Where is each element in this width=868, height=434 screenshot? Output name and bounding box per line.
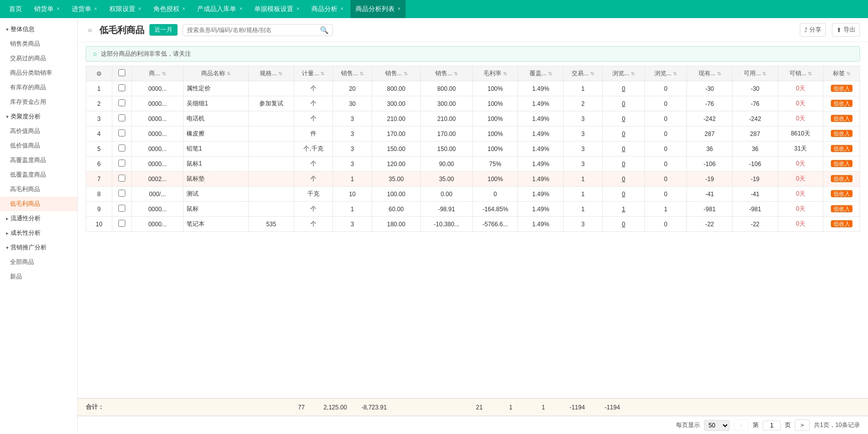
- sidebar-item-high-coverage[interactable]: 高覆盖度商品: [0, 153, 77, 168]
- th-cover-rate[interactable]: 覆盖...: [518, 66, 564, 81]
- sort-code[interactable]: 商...: [135, 69, 181, 78]
- search-input[interactable]: [187, 27, 320, 34]
- sort-avail[interactable]: 可用...: [736, 69, 775, 78]
- page-number-input[interactable]: [763, 420, 781, 430]
- sidebar-group-cluster[interactable]: ▾ 类聚度分析: [0, 109, 77, 124]
- cell-browse1[interactable]: 0: [602, 111, 644, 126]
- sort-current[interactable]: 现有...: [690, 69, 729, 78]
- browse1-value[interactable]: 0: [622, 130, 625, 137]
- row-checkbox[interactable]: [118, 114, 125, 121]
- cell-checkbox[interactable]: [112, 141, 131, 157]
- nav-product-analysis-list[interactable]: 商品分析列表 ×: [351, 0, 406, 18]
- cell-browse1[interactable]: 0: [602, 157, 644, 172]
- cell-checkbox[interactable]: [112, 157, 131, 172]
- th-checkbox[interactable]: [112, 66, 131, 81]
- sidebar-group-overall[interactable]: ▾ 整体信息: [0, 22, 77, 37]
- th-unit[interactable]: 计量...: [294, 66, 333, 81]
- nav-product-analysis-close[interactable]: ×: [340, 0, 343, 18]
- th-spec[interactable]: 规格...: [248, 66, 294, 81]
- page-size-select[interactable]: 50 10 20 100: [704, 420, 730, 431]
- row-checkbox[interactable]: [118, 175, 125, 182]
- sidebar-group-liquidity[interactable]: ▸ 流通性分析: [0, 211, 77, 226]
- sort-sales-profit[interactable]: 销售...: [424, 69, 469, 78]
- nav-permissions[interactable]: 权限设置 ×: [104, 0, 146, 18]
- browse1-value[interactable]: 0: [622, 115, 625, 122]
- th-browse2[interactable]: 浏览...: [645, 66, 687, 81]
- browse1-value[interactable]: 0: [622, 176, 625, 183]
- browse1-value[interactable]: 0: [622, 221, 625, 228]
- browse1-value[interactable]: 0: [622, 146, 625, 153]
- cell-checkbox[interactable]: [112, 81, 131, 96]
- nav-product-analysis[interactable]: 商品分析 ×: [306, 0, 349, 18]
- sort-browse2[interactable]: 浏览...: [648, 69, 683, 78]
- nav-purchase-close[interactable]: ×: [94, 0, 97, 18]
- cell-checkbox[interactable]: [112, 187, 131, 202]
- th-tag[interactable]: 标签: [823, 66, 860, 81]
- cell-checkbox[interactable]: [112, 202, 131, 217]
- cell-browse1[interactable]: 0: [602, 172, 644, 187]
- sidebar-collapse-button[interactable]: «: [86, 26, 94, 35]
- sidebar-item-traded-goods[interactable]: 交易过的商品: [0, 51, 77, 66]
- th-current[interactable]: 现有...: [687, 66, 733, 81]
- sort-trade[interactable]: 交易...: [567, 69, 599, 78]
- nav-product-entry-close[interactable]: ×: [239, 0, 242, 18]
- th-salable[interactable]: 可销...: [778, 66, 823, 81]
- cell-checkbox[interactable]: [112, 126, 131, 141]
- cell-browse1[interactable]: 0: [602, 126, 644, 141]
- sort-sales-qty[interactable]: 销售...: [336, 69, 369, 78]
- sort-cover-rate[interactable]: 覆盖...: [521, 69, 560, 78]
- sort-salable[interactable]: 可销...: [781, 69, 820, 78]
- row-checkbox[interactable]: [118, 160, 125, 167]
- browse1-value[interactable]: 1: [622, 206, 625, 213]
- nav-roles-close[interactable]: ×: [183, 0, 186, 18]
- sidebar-item-capital[interactable]: 库存资金占用: [0, 95, 77, 109]
- th-code[interactable]: 商...: [131, 66, 184, 81]
- th-avail[interactable]: 可用...: [732, 66, 778, 81]
- cell-browse1[interactable]: 1: [602, 202, 644, 217]
- th-trade[interactable]: 交易...: [564, 66, 603, 81]
- next-page-button[interactable]: ＞: [795, 419, 810, 431]
- nav-permissions-close[interactable]: ×: [138, 0, 141, 18]
- search-icon[interactable]: 🔍: [320, 26, 328, 34]
- row-checkbox[interactable]: [118, 205, 125, 212]
- sidebar-group-marketing[interactable]: ▾ 营销推广分析: [0, 240, 77, 255]
- browse1-value[interactable]: 0: [622, 100, 625, 107]
- browse1-value[interactable]: 0: [622, 191, 625, 198]
- nav-sales-close[interactable]: ×: [57, 0, 60, 18]
- th-name[interactable]: 商品名称: [184, 66, 249, 81]
- sidebar-item-low-margin[interactable]: 低毛利商品: [0, 197, 77, 211]
- sort-tag[interactable]: 标签: [826, 69, 856, 78]
- nav-template[interactable]: 单据模板设置 ×: [249, 0, 304, 18]
- sidebar-item-category-rate[interactable]: 商品分类助销率: [0, 66, 77, 80]
- sidebar-item-low-coverage[interactable]: 低覆盖度商品: [0, 168, 77, 182]
- browse1-value[interactable]: 0: [622, 161, 625, 168]
- browse1-value[interactable]: 0: [622, 85, 625, 92]
- row-checkbox[interactable]: [118, 190, 125, 197]
- select-all-checkbox[interactable]: [118, 69, 125, 76]
- date-filter-button[interactable]: 近一月: [149, 24, 178, 36]
- cell-browse1[interactable]: 0: [602, 187, 644, 202]
- sidebar-item-sales-goods[interactable]: 销售类商品: [0, 37, 77, 51]
- nav-product-entry[interactable]: 产成品入库单 ×: [192, 0, 247, 18]
- row-checkbox[interactable]: [118, 144, 125, 152]
- row-checkbox[interactable]: [118, 99, 125, 106]
- sort-gross-rate[interactable]: 毛利率: [476, 69, 515, 78]
- sidebar-item-high-margin[interactable]: 高毛利商品: [0, 182, 77, 197]
- cell-browse1[interactable]: 0: [602, 81, 644, 96]
- th-sales-amt[interactable]: 销售...: [372, 66, 420, 81]
- sidebar-item-new-goods[interactable]: 新品: [0, 269, 77, 284]
- nav-roles[interactable]: 角色授权 ×: [148, 0, 191, 18]
- th-sales-qty[interactable]: 销售...: [333, 66, 372, 81]
- row-checkbox[interactable]: [118, 220, 125, 227]
- th-browse1[interactable]: 浏览...: [602, 66, 644, 81]
- sidebar-item-all-goods[interactable]: 全部商品: [0, 255, 77, 269]
- prev-page-button[interactable]: ＜: [734, 419, 749, 431]
- cell-checkbox[interactable]: [112, 111, 131, 126]
- sidebar-group-growth[interactable]: ▸ 成长性分析: [0, 226, 77, 240]
- cell-browse1[interactable]: 0: [602, 96, 644, 111]
- cell-checkbox[interactable]: [112, 96, 131, 111]
- settings-icon[interactable]: ⚙: [96, 70, 102, 77]
- sort-name[interactable]: 商品名称: [187, 69, 245, 78]
- cell-checkbox[interactable]: [112, 217, 131, 232]
- nav-sales[interactable]: 销货单 ×: [29, 0, 65, 18]
